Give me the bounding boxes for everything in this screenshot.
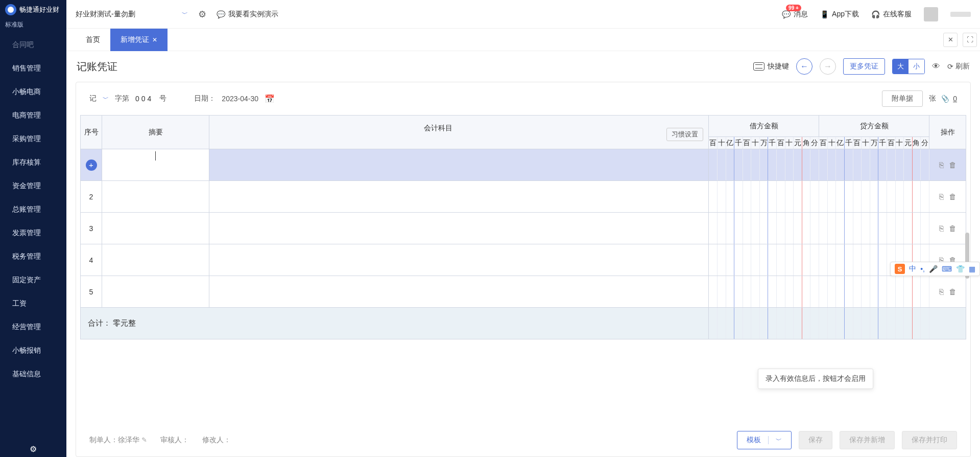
amount-digit[interactable] <box>836 213 845 244</box>
amount-digit[interactable] <box>827 213 836 244</box>
template-button[interactable]: 模板 ﹀ <box>737 431 792 449</box>
amount-digit[interactable] <box>887 149 895 181</box>
amount-digit[interactable] <box>751 213 760 244</box>
shortcut-button[interactable]: 快捷键 <box>753 62 789 71</box>
ime-punct-icon[interactable]: •, <box>920 265 925 273</box>
amount-digit[interactable] <box>759 213 768 244</box>
amount-digit[interactable] <box>743 244 751 276</box>
copy-icon[interactable]: ⎘ <box>939 161 944 169</box>
amount-digit[interactable] <box>726 213 734 244</box>
delete-icon[interactable]: 🗑 <box>949 287 957 296</box>
amount-digit[interactable] <box>709 244 718 276</box>
amount-digit[interactable] <box>717 213 726 244</box>
amount-digit[interactable] <box>827 181 836 213</box>
amount-digit[interactable] <box>768 213 777 244</box>
close-icon[interactable]: ✕ <box>152 36 157 43</box>
sidebar-item[interactable]: 销售管理 <box>0 57 66 80</box>
amount-digit[interactable] <box>794 244 802 276</box>
amount-digit[interactable] <box>734 308 743 339</box>
avatar[interactable] <box>924 7 938 21</box>
amount-digit[interactable] <box>734 213 743 244</box>
sidebar-item[interactable]: 资金管理 <box>0 174 66 198</box>
amount-digit[interactable] <box>904 149 913 181</box>
amount-digit[interactable] <box>794 181 802 213</box>
amount-digit[interactable] <box>912 213 921 244</box>
amount-digit[interactable] <box>870 149 878 181</box>
amount-digit[interactable] <box>836 276 845 308</box>
amount-digit[interactable] <box>802 276 810 308</box>
voucher-type[interactable]: 记 <box>89 94 97 103</box>
amount-digit[interactable] <box>810 149 819 181</box>
amount-digit[interactable] <box>802 181 810 213</box>
sidebar-item[interactable]: 税务管理 <box>0 245 66 268</box>
amount-digit[interactable] <box>810 308 819 339</box>
copy-icon[interactable]: ⎘ <box>939 192 944 201</box>
amount-digit[interactable] <box>759 149 768 181</box>
amount-digit[interactable] <box>844 213 853 244</box>
summary-input[interactable] <box>102 149 209 181</box>
sidebar-item[interactable]: 总账管理 <box>0 198 66 221</box>
delete-icon[interactable]: 🗑 <box>949 161 957 169</box>
amount-digit[interactable] <box>887 276 895 308</box>
amount-digit[interactable] <box>751 244 760 276</box>
amount-digit[interactable] <box>862 244 870 276</box>
ime-skin-icon[interactable]: 👕 <box>956 265 965 273</box>
amount-digit[interactable] <box>895 276 904 308</box>
size-small[interactable]: 小 <box>909 59 924 74</box>
amount-digit[interactable] <box>887 181 895 213</box>
amount-digit[interactable] <box>853 213 862 244</box>
sidebar-item[interactable]: 小畅报销 <box>0 339 66 362</box>
prev-button[interactable]: ← <box>796 58 812 75</box>
amount-digit[interactable] <box>870 213 878 244</box>
amount-digit[interactable] <box>870 181 878 213</box>
edit-icon[interactable]: ✎ <box>141 436 147 444</box>
amount-digit[interactable] <box>794 308 802 339</box>
amount-digit[interactable] <box>743 149 751 181</box>
refresh-button[interactable]: ⟳ 刷新 <box>947 62 970 71</box>
attach-button[interactable]: 附单据 <box>882 90 923 107</box>
amount-digit[interactable] <box>794 276 802 308</box>
amount-digit[interactable] <box>895 213 904 244</box>
sidebar-item[interactable]: 小畅电商 <box>0 80 66 104</box>
amount-digit[interactable] <box>768 276 777 308</box>
amount-digit[interactable] <box>709 308 718 339</box>
amount-digit[interactable] <box>921 308 929 339</box>
next-button[interactable]: → <box>820 58 836 75</box>
account-input[interactable] <box>209 213 709 244</box>
delete-icon[interactable]: 🗑 <box>949 192 957 201</box>
ime-voice-icon[interactable]: 🎤 <box>929 265 938 273</box>
amount-digit[interactable] <box>904 308 913 339</box>
amount-digit[interactable] <box>878 181 887 213</box>
amount-digit[interactable] <box>836 308 845 339</box>
summary-input[interactable] <box>102 181 209 213</box>
amount-digit[interactable] <box>777 213 785 244</box>
amount-digit[interactable] <box>853 181 862 213</box>
amount-digit[interactable] <box>895 308 904 339</box>
amount-digit[interactable] <box>759 276 768 308</box>
amount-digit[interactable] <box>743 276 751 308</box>
amount-digit[interactable] <box>819 149 828 181</box>
amount-digit[interactable] <box>844 276 853 308</box>
sidebar-item[interactable]: 电商管理 <box>0 104 66 127</box>
amount-digit[interactable] <box>836 244 845 276</box>
amount-digit[interactable] <box>768 244 777 276</box>
amount-digit[interactable] <box>802 213 810 244</box>
amount-digit[interactable] <box>921 213 929 244</box>
amount-digit[interactable] <box>878 244 887 276</box>
sidebar-item[interactable]: 固定资产 <box>0 268 66 292</box>
amount-digit[interactable] <box>895 181 904 213</box>
amount-digit[interactable] <box>810 181 819 213</box>
amount-digit[interactable] <box>717 276 726 308</box>
amount-digit[interactable] <box>921 149 929 181</box>
amount-digit[interactable] <box>887 308 895 339</box>
table-row[interactable]: 3⎘🗑 <box>81 213 966 244</box>
amount-digit[interactable] <box>751 149 760 181</box>
amount-digit[interactable] <box>717 181 726 213</box>
amount-digit[interactable] <box>759 308 768 339</box>
amount-digit[interactable] <box>912 276 921 308</box>
org-selector[interactable]: 好业财测试-量勿删 ﹀ <box>76 10 188 19</box>
amount-digit[interactable] <box>717 244 726 276</box>
account-input[interactable] <box>209 181 709 213</box>
amount-digit[interactable] <box>734 276 743 308</box>
amount-digit[interactable] <box>921 181 929 213</box>
